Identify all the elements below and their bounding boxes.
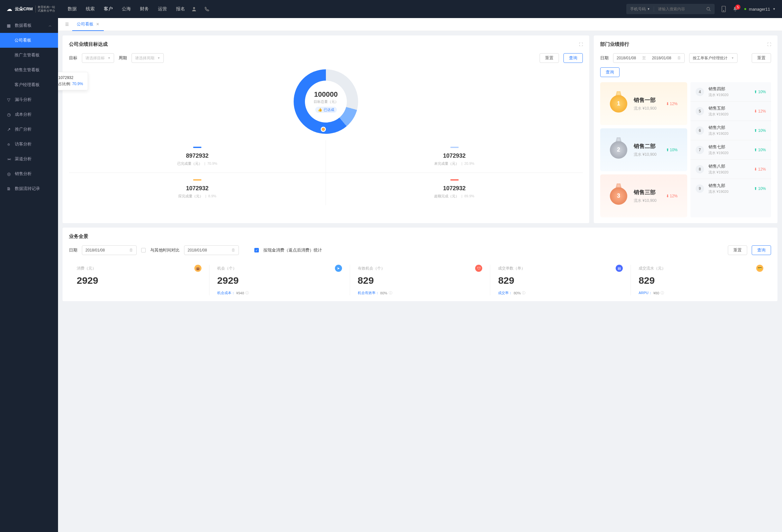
overview-date2[interactable]: 2018/01/08🗓 bbox=[184, 245, 239, 255]
link-icon: ⫘ bbox=[6, 157, 11, 162]
sidebar-item[interactable]: ⫘渠道分析 bbox=[0, 151, 58, 166]
sidebar-item[interactable]: ▽漏斗分析 bbox=[0, 92, 58, 107]
user-name: manager11 bbox=[749, 7, 770, 11]
rank-row[interactable]: 8销售八部流水 ¥19020⬇ 12% bbox=[690, 159, 771, 179]
sidebar-item[interactable]: 销售主管看板 bbox=[0, 63, 58, 77]
cash-checkbox[interactable]: ✓ bbox=[254, 248, 259, 252]
dashboard-icon: ▦ bbox=[6, 23, 11, 28]
help-icon[interactable]: ⓘ bbox=[245, 290, 249, 295]
rank-row[interactable]: 7销售七部流水 ¥19020⬆ 10% bbox=[690, 140, 771, 159]
user-icon[interactable] bbox=[191, 6, 197, 11]
user-menu[interactable]: manager11 ▼ bbox=[744, 7, 776, 11]
close-icon[interactable]: ✕ bbox=[96, 22, 99, 27]
device-icon[interactable] bbox=[721, 6, 726, 12]
headset-icon: ⌾ bbox=[6, 142, 11, 147]
card-title: 业务全景 bbox=[69, 234, 88, 240]
sidebar-group-header[interactable]: ▦ 数据看板 ︿ bbox=[0, 18, 58, 33]
rank-row[interactable]: 5销售五部流水 ¥19020⬇ 12% bbox=[690, 102, 771, 121]
sidebar-item[interactable]: 推广主管看板 bbox=[0, 48, 58, 63]
sidebar-item[interactable]: ⌾访客分析 bbox=[0, 137, 58, 151]
sidebar-item[interactable]: 公司看板 bbox=[0, 33, 58, 48]
calendar-icon: 🗓 bbox=[129, 248, 133, 252]
overview-query-button[interactable]: 查询 bbox=[752, 245, 771, 255]
goal-target-select[interactable]: 请选择目标▼ bbox=[82, 53, 114, 63]
cloud-icon: ☁ bbox=[6, 5, 12, 12]
tab-company-board[interactable]: 公司看板 ✕ bbox=[72, 18, 104, 31]
logo-text: 云朵CRM bbox=[15, 6, 33, 12]
sidebar-item[interactable]: ◷成本分析 bbox=[0, 107, 58, 122]
expand-icon[interactable]: ⛶ bbox=[579, 42, 583, 47]
shield-icon: 🛡 bbox=[475, 265, 482, 272]
achieved-badge: 👍已达成 bbox=[315, 107, 337, 113]
kpi-cell: 成交流水（元）💳829ARPU：¥80ⓘ bbox=[631, 265, 771, 295]
hamburger-icon[interactable]: ☰ bbox=[62, 22, 72, 27]
search-type-select[interactable]: 手机号码▼ bbox=[626, 6, 654, 12]
phone-icon[interactable] bbox=[204, 6, 210, 11]
help-icon[interactable]: ⓘ bbox=[522, 290, 525, 295]
top-nav-item[interactable]: 报名 bbox=[176, 6, 185, 12]
help-icon[interactable]: ⓘ bbox=[661, 290, 664, 295]
overview-reset-button[interactable]: 重置 bbox=[728, 245, 747, 255]
goal-period-select[interactable]: 请选择周期▼ bbox=[132, 53, 164, 63]
donut-chart[interactable]: 100000 目标总量（元） 👍已达成 bbox=[294, 69, 358, 134]
notification-icon[interactable]: 5 bbox=[733, 6, 738, 11]
compare-checkbox[interactable] bbox=[141, 248, 146, 252]
rank-type-select[interactable]: 按工单客户经理统计▼ bbox=[689, 53, 738, 63]
sidebar-item[interactable]: ◎销售分析 bbox=[0, 166, 58, 181]
kpi-cell: 机会（个）➤2929机会成本：¥948ⓘ bbox=[210, 265, 350, 295]
header-right: 5 manager11 ▼ bbox=[721, 6, 776, 12]
chevron-up-icon: ︿ bbox=[49, 24, 51, 28]
podium-row[interactable]: 3销售三部流水 ¥10,900⬇12% bbox=[600, 174, 687, 217]
svg-point-1 bbox=[707, 7, 710, 10]
clock-icon: ◷ bbox=[6, 112, 11, 117]
logo-subtitle: 教育机构一站 式服务云平台 bbox=[35, 5, 55, 12]
status-dot-icon bbox=[744, 8, 746, 10]
sidebar-item[interactable]: 客户经理看板 bbox=[0, 77, 58, 92]
medal-icon: 1 bbox=[610, 95, 627, 112]
card-title: 公司业绩目标达成 bbox=[69, 41, 108, 47]
kpi-cell: 成交单数（单）▤829成交率：80%ⓘ bbox=[490, 265, 631, 295]
podium-row[interactable]: 2销售二部流水 ¥10,900⬆10% bbox=[600, 128, 687, 171]
medal-icon: 2 bbox=[610, 141, 627, 158]
expand-icon[interactable]: ⛶ bbox=[767, 42, 771, 47]
notification-badge: 5 bbox=[735, 4, 740, 10]
chart-icon: ↗ bbox=[6, 127, 11, 132]
rank-date-range[interactable]: 2018/01/08 至 2018/01/08 🗓 bbox=[613, 53, 685, 63]
search-icon[interactable] bbox=[702, 7, 715, 11]
goal-reset-button[interactable]: 重置 bbox=[540, 53, 559, 63]
kpi-cell: 消费（元）👜2929 bbox=[69, 265, 210, 295]
kpi-cell: 有效机会（个）🛡829机会有效率：80%ⓘ bbox=[350, 265, 491, 295]
stat-cell: 1072932超额完成（元） | 89.9% bbox=[326, 173, 583, 205]
top-nav-item[interactable]: 财务 bbox=[140, 6, 149, 12]
sidebar-item[interactable]: ↗推广分析 bbox=[0, 122, 58, 137]
top-nav-item[interactable]: 公海 bbox=[122, 6, 131, 12]
rank-query-button[interactable]: 查询 bbox=[600, 67, 619, 77]
top-nav-item[interactable]: 客户 bbox=[104, 6, 113, 12]
overview-date1[interactable]: 2018/01/08🗓 bbox=[82, 245, 137, 255]
top-extra-icons bbox=[191, 6, 210, 11]
sidebar-item[interactable]: 🗎数据流转记录 bbox=[0, 181, 58, 196]
svg-point-3 bbox=[723, 10, 724, 11]
help-icon[interactable]: ⓘ bbox=[389, 290, 392, 295]
goal-query-button[interactable]: 查询 bbox=[564, 53, 583, 63]
top-nav-item[interactable]: 运营 bbox=[158, 6, 167, 12]
tab-bar: ☰ 公司看板 ✕ bbox=[58, 18, 782, 31]
top-nav: 数据线索客户公海财务运营报名 bbox=[68, 6, 185, 12]
rank-row[interactable]: 9销售九部流水 ¥19020⬆ 10% bbox=[690, 179, 771, 198]
chevron-down-icon: ▼ bbox=[773, 7, 776, 11]
medal-icon: 3 bbox=[610, 187, 627, 205]
top-nav-item[interactable]: 数据 bbox=[68, 6, 77, 12]
sidebar: ▦ 数据看板 ︿ 公司看板推广主管看板销售主管看板客户经理看板 ▽漏斗分析◷成本… bbox=[0, 18, 58, 532]
rank-reset-button[interactable]: 重置 bbox=[752, 53, 771, 63]
search-input[interactable] bbox=[654, 7, 702, 11]
logo[interactable]: ☁ 云朵CRM 教育机构一站 式服务云平台 bbox=[6, 5, 58, 12]
rank-row[interactable]: 6销售六部流水 ¥19020⬆ 10% bbox=[690, 121, 771, 140]
card-rank: 部门业绩排行 ⛶ 日期 2018/01/08 至 2018/01/08 🗓 按工… bbox=[594, 35, 778, 223]
doc-icon: 🗎 bbox=[6, 186, 11, 191]
rank-row[interactable]: 4销售四部流水 ¥19020⬆ 10% bbox=[690, 82, 771, 102]
top-nav-item[interactable]: 线索 bbox=[86, 6, 95, 12]
podium-row[interactable]: 1销售一部流水 ¥10,900⬇12% bbox=[600, 82, 687, 125]
stat-cell: 1072932应完成量（元） | 8.9% bbox=[69, 173, 326, 205]
card-icon: 💳 bbox=[756, 265, 763, 272]
card-overview: 业务全景 日期 2018/01/08🗓 与其他时间对比 2018/01/08🗓 … bbox=[63, 227, 778, 301]
